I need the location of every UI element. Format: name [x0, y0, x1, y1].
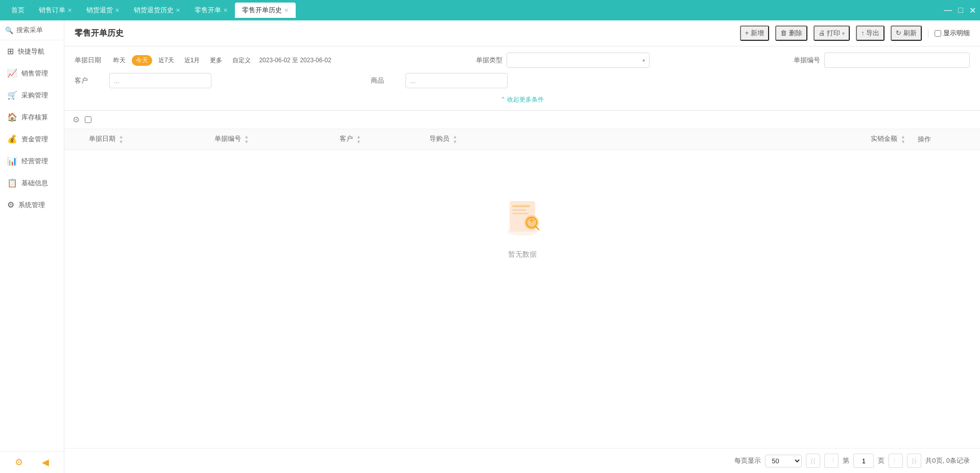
sidebar-item-operations[interactable]: 📊 经营管理 [0, 150, 64, 172]
minimize-button[interactable]: — [944, 6, 952, 15]
sort-customer-icon: ▲▼ [356, 134, 361, 144]
table-toolbar: ⚙ [64, 111, 980, 129]
sidebar-item-purchase-mgmt[interactable]: 🛒 采购管理 [0, 84, 64, 106]
page-number-input[interactable] [853, 454, 874, 468]
select-all-checkbox[interactable] [85, 116, 91, 123]
tab-sales-return-history-close[interactable]: ✕ [176, 7, 180, 14]
system-mgmt-icon: ⚙ [7, 200, 14, 210]
purchase-mgmt-icon: 🛒 [7, 90, 17, 100]
export-button[interactable]: ↑ 导出 [856, 26, 885, 41]
delete-button-label: 🗑 删除 [780, 29, 802, 38]
settings-bottom-button[interactable]: ⚙ [15, 457, 23, 468]
table-settings-icon[interactable]: ⚙ [73, 115, 80, 125]
page-word: 第 [843, 456, 849, 465]
tab-bar: 首页 销售订单 ✕ 销货退货 ✕ 销货退货历史 ✕ 零售开单 ✕ 零售开单历史 … [0, 0, 980, 20]
finance-icon: 💰 [7, 134, 17, 144]
sort-guide-icon: ▲▼ [452, 134, 457, 144]
table-container: ⚙ 单据日期 ▲▼ 单据编号 ▲▼ [64, 111, 980, 448]
page-header: 零售开单历史 + 新增 🗑 删除 🖨 打印 ▾ ↑ 导出 ↻ 刷新 [64, 20, 980, 46]
search-icon: 🔍 [5, 27, 13, 34]
date-btn-yesterday[interactable]: 昨天 [109, 55, 130, 66]
sidebar-item-sales-mgmt[interactable]: 📈 销售管理 [0, 62, 64, 84]
collapse-text: ⌃ 收起更多条件 [500, 96, 544, 103]
tab-retail-history-close[interactable]: ✕ [284, 7, 289, 14]
display-detail-toggle[interactable]: 显示明细 [935, 29, 970, 38]
tab-sales-return[interactable]: 销货退货 ✕ [79, 3, 127, 18]
col-spacer [531, 129, 786, 150]
type-filter-label: 单据类型 [476, 56, 503, 65]
goods-filter-input[interactable]: ... [405, 73, 508, 88]
tab-home[interactable]: 首页 [4, 3, 32, 18]
goods-filter-label: 商品 [371, 76, 401, 85]
print-button[interactable]: 🖨 打印 ▾ [814, 26, 850, 41]
tab-sales-return-history[interactable]: 销货退货历史 ✕ [127, 3, 187, 18]
collapse-filters-button[interactable]: ⌃ 收起更多条件 [75, 93, 970, 108]
date-btn-today[interactable]: 今天 [132, 55, 152, 66]
quick-nav-icon: ⊞ [7, 46, 14, 56]
sidebar-item-quick-nav[interactable]: ⊞ 快捷导航 [0, 40, 64, 62]
last-page-button[interactable]: ⟩⟩ [907, 454, 921, 468]
sort-amount-icon: ▲▼ [901, 134, 905, 144]
goods-dots: ... [410, 77, 416, 85]
refresh-button-label: ↻ 刷新 [896, 29, 917, 38]
sidebar-item-basic-info[interactable]: 📋 基础信息 [0, 172, 64, 194]
close-button[interactable]: ✕ [969, 6, 976, 15]
add-button-label: + 新增 [745, 29, 764, 38]
sidebar-item-system-mgmt[interactable]: ⚙ 系统管理 [0, 194, 64, 216]
date-btn-last7[interactable]: 近7天 [154, 55, 178, 66]
next-page-button[interactable]: 〉 [889, 454, 903, 468]
sidebar-item-sales-mgmt-label: 销售管理 [21, 69, 48, 78]
empty-text: 暂无数据 [508, 250, 537, 259]
sort-date-icon: ▲▼ [119, 134, 124, 144]
date-btn-more[interactable]: 更多 [206, 55, 226, 66]
sidebar: 🔍 搜索采单 ⊞ 快捷导航 📈 销售管理 🛒 采购管理 🏠 库存核算 💰 资金管… [0, 20, 64, 473]
refresh-button[interactable]: ↻ 刷新 [891, 26, 922, 41]
svg-rect-4 [512, 213, 529, 214]
tab-sales-return-label: 销货退货 [86, 6, 113, 15]
filter-row-2: 客户 ... 商品 ... [75, 73, 970, 88]
date-range-display: 2023-06-02 至 2023-06-02 [259, 56, 331, 65]
sidebar-item-operations-label: 经营管理 [21, 157, 48, 166]
toolbar-actions: + 新增 🗑 删除 🖨 打印 ▾ ↑ 导出 ↻ 刷新 显 [740, 26, 970, 41]
tab-retail-open[interactable]: 零售开单 ✕ [187, 3, 235, 18]
first-page-button[interactable]: ⟨⟨ [806, 454, 820, 468]
page-size-select[interactable]: 10 20 50 100 [765, 455, 802, 467]
customer-dots: ... [114, 77, 119, 85]
date-btn-last1m[interactable]: 近1月 [180, 55, 204, 66]
col-guide[interactable]: 导购员 ▲▼ [423, 129, 531, 150]
empty-state: 暂无数据 [64, 150, 980, 300]
col-date[interactable]: 单据日期 ▲▼ [83, 129, 208, 150]
operations-icon: 📊 [7, 156, 17, 166]
tab-sales-order-close[interactable]: ✕ [67, 7, 72, 14]
export-button-label: ↑ 导出 [861, 29, 879, 38]
col-number[interactable]: 单据编号 ▲▼ [208, 129, 334, 150]
date-btn-custom[interactable]: 自定义 [228, 55, 255, 66]
toolbar-divider [928, 29, 928, 37]
print-button-label: 🖨 打印 [819, 29, 841, 38]
maximize-button[interactable]: □ [958, 6, 963, 15]
collapse-sidebar-button[interactable]: ◀ [42, 457, 49, 468]
col-customer[interactable]: 客户 ▲▼ [333, 129, 423, 150]
type-filter-select[interactable]: ▾ [507, 53, 650, 68]
sidebar-item-finance[interactable]: 💰 资金管理 [0, 128, 64, 150]
sales-mgmt-icon: 📈 [7, 68, 17, 78]
tab-sales-order[interactable]: 销售订单 ✕ [32, 3, 79, 18]
tab-sales-return-close[interactable]: ✕ [115, 7, 119, 14]
customer-filter-input[interactable]: ... [109, 73, 211, 88]
display-detail-checkbox[interactable] [935, 30, 941, 37]
total-info: 共0页, 0条记录 [925, 456, 970, 465]
col-actions: 操作 [912, 129, 980, 150]
tab-sales-order-label: 销售订单 [39, 6, 65, 15]
tab-retail-open-close[interactable]: ✕ [223, 7, 228, 14]
prev-page-button[interactable]: 〈 [824, 454, 839, 468]
tab-retail-history[interactable]: 零售开单历史 ✕ [235, 3, 296, 18]
number-filter-input[interactable] [824, 53, 970, 68]
page-word2: 页 [878, 456, 885, 465]
svg-rect-2 [512, 205, 530, 207]
delete-button[interactable]: 🗑 删除 [775, 26, 807, 41]
sidebar-item-inventory-label: 库存核算 [21, 113, 48, 122]
sidebar-item-inventory[interactable]: 🏠 库存核算 [0, 106, 64, 128]
add-button[interactable]: + 新增 [740, 26, 769, 41]
sidebar-search[interactable]: 🔍 搜索采单 [0, 20, 64, 40]
col-amount[interactable]: 实销金额 ▲▼ [786, 129, 912, 150]
